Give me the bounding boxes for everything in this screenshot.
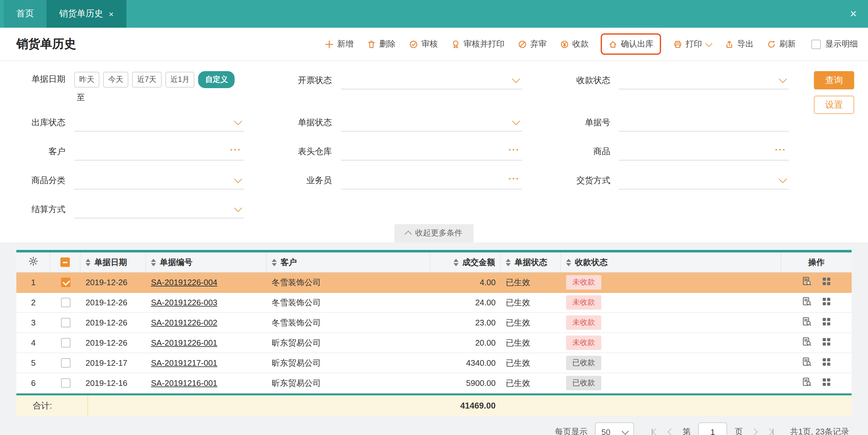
query-button[interactable]: 查询 bbox=[814, 71, 854, 89]
print-icon bbox=[673, 39, 682, 49]
settlement-method-select[interactable] bbox=[74, 201, 244, 219]
tab-close-icon[interactable]: × bbox=[109, 9, 114, 19]
quick-7days-button[interactable]: 近7天 bbox=[132, 72, 161, 87]
window-close-icon[interactable]: × bbox=[839, 0, 868, 28]
row-checkbox[interactable] bbox=[50, 313, 81, 332]
quick-1month-button[interactable]: 近1月 bbox=[165, 72, 194, 87]
last-page-button[interactable] bbox=[766, 428, 775, 435]
payment-status-select[interactable] bbox=[619, 72, 789, 89]
row-checkbox[interactable] bbox=[50, 353, 81, 373]
column-header-customer[interactable]: 客户 bbox=[267, 253, 430, 272]
table-row[interactable]: 2 2019-12-26 SA-20191226-003 冬雪装饰公司 24.0… bbox=[17, 293, 851, 313]
product-lookup[interactable]: ··· bbox=[619, 143, 789, 161]
cell-date: 2019-12-17 bbox=[81, 353, 146, 373]
quick-yesterday-button[interactable]: 昨天 bbox=[74, 72, 99, 87]
grid-actions-icon[interactable] bbox=[822, 277, 831, 288]
row-number: 2 bbox=[17, 293, 50, 312]
preview-icon[interactable] bbox=[802, 337, 812, 349]
grid-actions-icon[interactable] bbox=[822, 317, 831, 328]
table-row[interactable]: 3 2019-12-26 SA-20191226-002 冬雪装饰公司 23.0… bbox=[17, 313, 851, 333]
column-header-amount[interactable]: 成交金额 bbox=[430, 253, 501, 272]
doc-no-link[interactable]: SA-20191226-004 bbox=[151, 278, 217, 287]
preview-icon[interactable] bbox=[802, 296, 812, 309]
cell-amount: 23.00 bbox=[430, 313, 501, 332]
next-page-button[interactable] bbox=[750, 429, 758, 434]
doc-no-link[interactable]: SA-20191226-002 bbox=[151, 318, 217, 327]
export-icon bbox=[724, 39, 734, 49]
first-page-button[interactable] bbox=[650, 428, 660, 435]
chevron-down-icon bbox=[779, 175, 786, 183]
cell-customer: 冬雪装饰公司 bbox=[267, 272, 430, 292]
doc-no-link[interactable]: SA-20191226-003 bbox=[151, 298, 217, 307]
per-page-select[interactable]: 50 bbox=[595, 423, 634, 435]
quick-custom-button[interactable]: 自定义 bbox=[198, 71, 235, 88]
audit-print-button[interactable]: 审核并打印 bbox=[450, 36, 506, 52]
chevron-down-icon bbox=[234, 175, 242, 183]
collect-payment-button[interactable]: 收款 bbox=[559, 36, 590, 52]
column-header-doc-no[interactable]: 单据编号 bbox=[146, 253, 267, 272]
row-checkbox[interactable] bbox=[50, 373, 81, 393]
grid-actions-icon[interactable] bbox=[822, 357, 831, 368]
table-header: 单据日期 单据编号 客户 成交金额 单据状态 收款状态 bbox=[17, 253, 851, 272]
outbound-status-select[interactable] bbox=[74, 114, 244, 132]
per-page-label: 每页显示 bbox=[555, 426, 587, 435]
tab-sales-history[interactable]: 销货单历史 × bbox=[46, 0, 126, 28]
grid-actions-icon[interactable] bbox=[822, 297, 831, 308]
collapse-filters-button[interactable]: 收起更多条件 bbox=[394, 224, 474, 242]
table-row[interactable]: 6 2019-12-16 SA-20191216-001 昕东贸易公司 5900… bbox=[17, 373, 851, 394]
select-all-checkbox[interactable] bbox=[50, 253, 81, 272]
cell-payment: 未收款 bbox=[561, 333, 781, 352]
table-row[interactable]: 4 2019-12-26 SA-20191226-001 昕东贸易公司 20.0… bbox=[17, 333, 851, 353]
export-button[interactable]: 导出 bbox=[723, 36, 755, 52]
cell-date: 2019-12-26 bbox=[81, 293, 146, 312]
cell-doc-no: SA-20191226-001 bbox=[146, 333, 267, 352]
preview-icon[interactable] bbox=[802, 357, 812, 369]
salesperson-lookup[interactable]: ··· bbox=[341, 172, 522, 190]
audit-button[interactable]: 审核 bbox=[408, 36, 439, 52]
row-checkbox[interactable] bbox=[50, 333, 81, 352]
table-row[interactable]: 5 2019-12-17 SA-20191217-001 昕东贸易公司 4340… bbox=[17, 353, 851, 373]
doc-no-link[interactable]: SA-20191226-001 bbox=[151, 338, 217, 348]
row-checkbox[interactable] bbox=[50, 272, 81, 292]
column-header-date[interactable]: 单据日期 bbox=[81, 253, 146, 272]
prev-page-button[interactable] bbox=[668, 429, 675, 434]
refresh-button[interactable]: 刷新 bbox=[766, 36, 797, 52]
total-amount: 41469.00 bbox=[88, 401, 501, 410]
cell-doc-no: SA-20191226-004 bbox=[146, 272, 267, 292]
filter-salesperson: 业务员 ··· bbox=[271, 171, 522, 190]
confirm-outbound-button[interactable]: 确认出库 bbox=[601, 33, 661, 55]
page-number-input[interactable] bbox=[698, 423, 727, 435]
table-row[interactable]: 1 2019-12-26 SA-20191226-004 冬雪装饰公司 4.00… bbox=[17, 272, 851, 293]
print-button[interactable]: 打印 bbox=[672, 36, 713, 52]
customer-lookup[interactable]: ··· bbox=[74, 143, 244, 161]
delivery-method-select[interactable] bbox=[619, 172, 789, 190]
doc-no-link[interactable]: SA-20191217-001 bbox=[151, 358, 217, 368]
abandon-audit-button[interactable]: 弃审 bbox=[517, 36, 548, 52]
doc-status-select[interactable] bbox=[341, 114, 522, 132]
tab-home[interactable]: 首页 bbox=[4, 0, 46, 28]
preview-icon[interactable] bbox=[802, 277, 812, 288]
grid-actions-icon[interactable] bbox=[822, 338, 831, 348]
doc-no-input[interactable] bbox=[619, 114, 789, 132]
warehouse-lookup[interactable]: ··· bbox=[341, 143, 522, 161]
doc-no-link[interactable]: SA-20191216-001 bbox=[151, 378, 217, 388]
checkbox-icon bbox=[61, 298, 70, 307]
row-checkbox[interactable] bbox=[50, 293, 81, 312]
delete-button[interactable]: 删除 bbox=[366, 36, 397, 52]
add-button[interactable]: 新增 bbox=[323, 36, 355, 52]
product-category-select[interactable] bbox=[74, 172, 244, 190]
checkbox-icon bbox=[811, 39, 821, 49]
show-detail-checkbox[interactable]: 显示明细 bbox=[811, 38, 858, 50]
row-number: 4 bbox=[17, 333, 50, 352]
preview-icon[interactable] bbox=[802, 377, 812, 389]
cell-amount: 4.00 bbox=[430, 272, 501, 292]
settings-button[interactable]: 设置 bbox=[814, 96, 854, 114]
cell-status: 已生效 bbox=[501, 293, 561, 312]
preview-icon[interactable] bbox=[802, 317, 812, 329]
grid-actions-icon[interactable] bbox=[822, 378, 831, 388]
invoice-status-select[interactable] bbox=[341, 72, 522, 89]
column-settings-button[interactable] bbox=[17, 253, 50, 272]
column-header-payment[interactable]: 收款状态 bbox=[561, 253, 781, 272]
quick-today-button[interactable]: 今天 bbox=[103, 72, 128, 87]
column-header-status[interactable]: 单据状态 bbox=[501, 253, 561, 272]
